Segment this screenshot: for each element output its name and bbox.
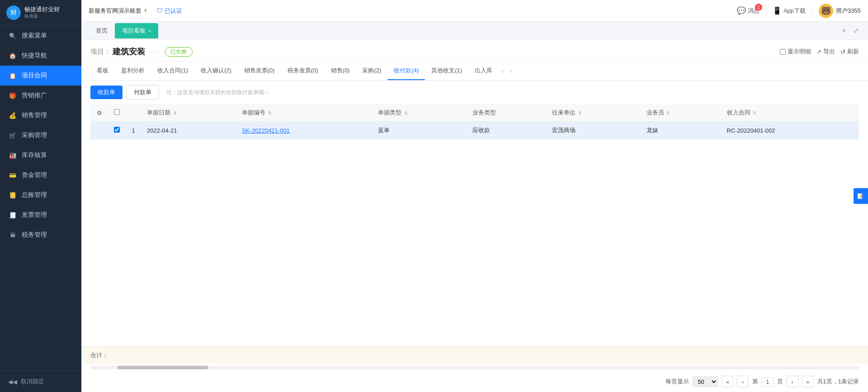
subnav-right-arrow[interactable]: › [506,67,514,75]
per-page-label: 每页显示 [665,378,689,386]
app-name: 畅捷通好业财 [24,6,60,14]
account-dropdown-icon: ▼ [143,8,148,13]
project-name: 建筑安装 [113,46,145,57]
subnav-board[interactable]: 看板 [90,62,115,80]
sidebar-unpin[interactable]: ◀◀ 取消固定 [0,371,81,392]
th-check [108,104,125,122]
show-detail-button[interactable]: 显示明细 [780,48,811,56]
search-icon: 🔍 [8,31,17,40]
sidebar-label-invoice-mgmt: 发票管理 [22,211,47,219]
export-icon: ↗ [816,48,821,55]
payment-btn[interactable]: 付款单 [126,85,159,100]
th-settings[interactable]: ⚙ [90,104,108,122]
app-edition: 标准版 [24,13,60,19]
unpin-icon: ◀◀ [8,378,17,385]
user-profile[interactable]: 🐻 用户3355 [819,4,861,18]
sidebar-item-purchase-mgmt[interactable]: 🛒 采购管理 [0,125,81,145]
data-table: ⚙ 单据日期 ⇅ 单据编号 ⇅ [90,104,859,139]
sidebar-item-sales-mgmt[interactable]: 💰 销售管理 [0,105,81,125]
subnav-sales-invoice[interactable]: 销售发票(0) [238,62,281,80]
app-download-button[interactable]: 📱 App下载 [773,6,806,15]
sidebar-item-fund-mgmt[interactable]: 💳 资金管理 [0,165,81,185]
subnav-profit[interactable]: 盈利分析 [115,62,151,80]
tab-home-label: 首页 [96,27,108,35]
th-date[interactable]: 单据日期 ⇅ [142,104,236,122]
last-page-btn[interactable]: » [802,376,814,387]
sidebar-item-inventory[interactable]: 🏭 库存核算 [0,145,81,165]
cell-biz-type: 应收款 [467,122,547,139]
account-selector[interactable]: 新服务官网演示账套 ▼ [89,7,148,15]
cell-number[interactable]: SK-20220421-001 [236,122,373,139]
sidebar-nav: 🔍 搜索菜单 🏠 快捷导航 📋 项目合同 🎁 营销推广 💰 销售管理 🛒 采购管… [0,26,81,371]
feedback-button[interactable]: 📝 [854,188,868,204]
th-counterparty[interactable]: 往来单位 ⇅ [547,104,641,122]
show-detail-checkbox[interactable] [780,49,786,55]
th-income-contract[interactable]: 收入合同 ⇅ [722,104,859,122]
sidebar: 财 畅捷通好业财 标准版 🔍 搜索菜单 🏠 快捷导航 📋 项目合同 🎁 营销推广… [0,0,81,392]
refresh-icon: ↺ [840,48,845,55]
subnav-sales[interactable]: 销售(0) [325,62,356,80]
mobile-icon: 📱 [773,6,782,15]
sidebar-item-search[interactable]: 🔍 搜索菜单 [0,26,81,46]
sidebar-item-invoice-mgmt[interactable]: 🧾 发票管理 [0,205,81,225]
next-page-btn[interactable]: › [787,376,798,387]
refresh-button[interactable]: ↺ 刷新 [840,48,859,56]
sidebar-label-ledger-mgmt: 总账管理 [22,191,47,199]
salesperson-sort-icon: ⇅ [666,110,670,115]
cell-date: 2022-04-21 [142,122,236,139]
sidebar-item-ledger-mgmt[interactable]: 📒 总账管理 [0,185,81,205]
table-footer: 合计： [81,346,868,364]
first-page-btn[interactable]: « [722,376,733,387]
sidebar-item-marketing[interactable]: 🎁 营销推广 [0,86,81,105]
tab-close-icon[interactable]: × [148,28,151,33]
subnav: 看板 盈利分析 收入合同(1) 收入确认(2) 销售发票(0) 税务发票(0) … [81,62,868,81]
tax-icon: 🏛 [8,230,17,239]
sidebar-item-project-contract[interactable]: 📋 项目合同 [0,66,81,86]
table-scrollbar-thumb[interactable] [118,366,208,369]
sidebar-label-tax-mgmt: 税务管理 [22,231,47,239]
ledger-icon: 📒 [8,191,17,200]
feedback-icon: 📝 [858,193,864,200]
cell-income-contract: RC-20220401-002 [722,122,859,139]
cell-settings [90,122,108,139]
th-salesperson[interactable]: 业务员 ⇅ [641,104,722,122]
subnav-income-confirm[interactable]: 收入确认(2) [194,62,238,80]
subnav-warehouse[interactable]: 出入库 [468,62,499,80]
current-page: 1 [762,377,773,387]
subnav-receipts[interactable]: 收付款(4) [387,62,425,80]
sub-toolbar: 收款单 付款单 注：这里是与项目关联的全部收付款单哦～ [81,81,868,104]
subnav-purchase[interactable]: 采购(2) [356,62,387,80]
window-maximize-btn[interactable]: ⤢ [851,24,861,37]
tab-project-board[interactable]: 项目看板 × [115,23,158,38]
app-download-label: App下载 [783,7,806,15]
th-number[interactable]: 单据编号 ⇅ [236,104,373,122]
export-label: 导出 [823,48,835,56]
select-all-checkbox[interactable] [114,109,120,115]
window-controls: × ⤢ [840,24,861,37]
per-page-select[interactable]: 50 100 200 [693,377,718,387]
cell-check [108,122,125,139]
window-close-btn[interactable]: × [840,25,848,37]
topbar-divider-2 [812,5,812,16]
tab-home[interactable]: 首页 [89,23,115,38]
sidebar-item-shortcut[interactable]: 🏠 快捷导航 [0,46,81,66]
prev-page-btn[interactable]: ‹ [737,376,749,387]
table-scrollbar-track [90,366,859,369]
username-label: 用户3355 [836,7,861,15]
messages-badge: 1 [755,4,762,11]
more-options-icon[interactable]: ··· [151,48,159,56]
subnav-left-arrow[interactable]: ‹ [499,67,506,75]
subnav-tax-invoice[interactable]: 税务发票(0) [281,62,325,80]
messages-button[interactable]: 💬 消息 1 [737,6,760,15]
sidebar-label-project-contract: 项目合同 [22,72,47,80]
row-checkbox[interactable] [114,127,120,133]
th-type[interactable]: 单据类型 ⇅ [373,104,467,122]
subnav-income-contract[interactable]: 收入合同(1) [151,62,194,80]
receipt-btn[interactable]: 收款单 [90,86,123,99]
project-prefix: 项目： [90,48,111,56]
table-wrap: ⚙ 单据日期 ⇅ 单据编号 ⇅ [81,104,868,346]
sidebar-item-tax-mgmt[interactable]: 🏛 税务管理 [0,225,81,245]
sidebar-label-marketing: 营销推广 [22,91,47,100]
subnav-other-expense[interactable]: 其他收支(1) [425,62,468,80]
export-button[interactable]: ↗ 导出 [816,48,835,56]
